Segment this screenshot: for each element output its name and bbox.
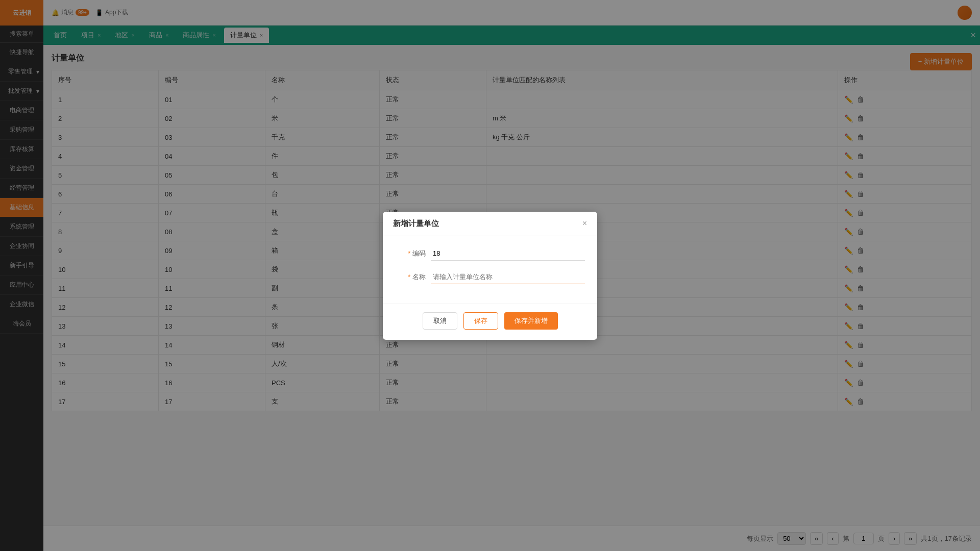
form-row-name: 名称	[395, 270, 585, 284]
modal-header: 新增计量单位 ×	[383, 212, 597, 236]
save-button[interactable]: 保存	[463, 312, 498, 330]
name-input[interactable]	[431, 270, 585, 284]
modal-close-button[interactable]: ×	[582, 219, 587, 228]
code-input[interactable]	[431, 246, 585, 261]
form-label-code: 编码	[395, 249, 426, 258]
modal-body: 编码 名称	[383, 236, 597, 304]
modal-overlay[interactable]: 新增计量单位 × 编码 名称 取消 保存 保存并新增	[0, 0, 980, 551]
form-label-name: 名称	[395, 272, 426, 282]
modal-add-unit: 新增计量单位 × 编码 名称 取消 保存 保存并新增	[383, 212, 597, 340]
modal-title: 新增计量单位	[393, 219, 439, 229]
modal-footer: 取消 保存 保存并新增	[383, 304, 597, 340]
cancel-button[interactable]: 取消	[423, 312, 457, 330]
form-row-code: 编码	[395, 246, 585, 261]
save-new-button[interactable]: 保存并新增	[504, 312, 558, 330]
